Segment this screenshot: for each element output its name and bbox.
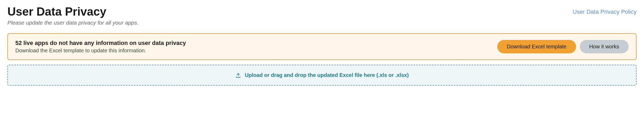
alert-actions: Download Excel template How it works (497, 40, 629, 53)
how-it-works-button[interactable]: How it works (580, 40, 629, 53)
alert-banner: 52 live apps do not have any information… (7, 33, 637, 60)
upload-text: Upload or drag and drop the updated Exce… (245, 72, 409, 78)
upload-dropzone[interactable]: Upload or drag and drop the updated Exce… (7, 65, 637, 86)
upload-icon (235, 72, 241, 78)
page-subtitle: Please update the user data privacy for … (7, 20, 637, 26)
alert-text-container: 52 live apps do not have any information… (15, 40, 497, 54)
page-title: User Data Privacy (7, 5, 106, 18)
alert-title: 52 live apps do not have any information… (15, 40, 497, 47)
privacy-policy-link[interactable]: User Data Privacy Policy (573, 8, 637, 15)
download-template-button[interactable]: Download Excel template (497, 40, 576, 53)
alert-description: Download the Excel template to update th… (15, 48, 497, 54)
